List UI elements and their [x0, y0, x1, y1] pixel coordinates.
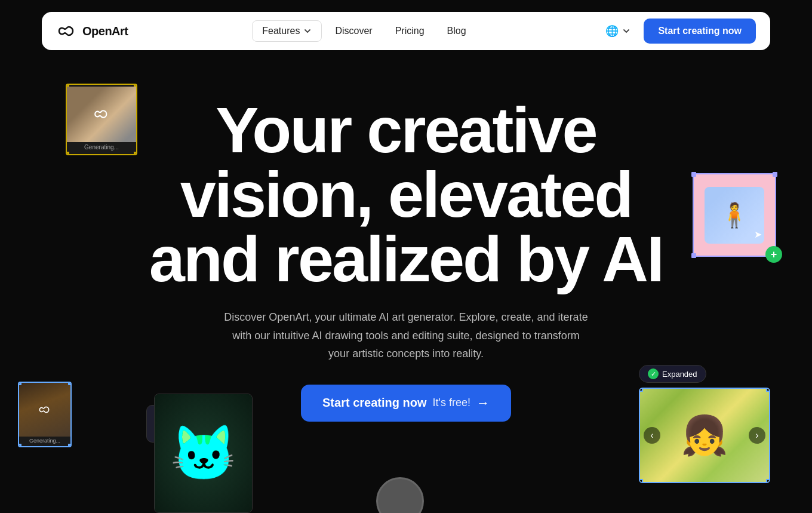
- expanded-image-card: ✓ Expanded 👧 ‹ ›: [639, 365, 776, 483]
- 3d-character-image: 🧍 ➤: [705, 187, 764, 244]
- cta-main-text: Start creating now: [322, 396, 426, 410]
- girl-face-emoji: 👧: [681, 413, 728, 458]
- 3d-character-card: 🧍 ➤ +: [693, 173, 776, 257]
- cat-painting-image: 🐱: [155, 394, 252, 512]
- character-figure: 🧍: [719, 201, 749, 229]
- plus-button[interactable]: +: [765, 246, 782, 263]
- logo[interactable]: OpenArt: [56, 24, 128, 38]
- handle-bl: [18, 444, 21, 447]
- nav-discover[interactable]: Discover: [325, 21, 382, 41]
- corner-handle-tr: [773, 172, 777, 177]
- nav-pricing[interactable]: Pricing: [386, 21, 434, 41]
- corner-handle-bl: [66, 152, 69, 155]
- handle-tr: [68, 382, 72, 385]
- generating-cat-card-top: Generating...: [66, 84, 137, 155]
- hero-subtitle: Discover OpenArt, your ultimate AI art g…: [221, 308, 591, 363]
- nav-right: 🌐 Start creating now: [599, 19, 756, 44]
- cta-free-text: It's free!: [433, 397, 470, 409]
- corner-handle-tl: [691, 172, 696, 177]
- generating-portrait-card: Generating...: [18, 382, 72, 447]
- cta-arrow-icon: →: [476, 395, 490, 411]
- check-icon: ✓: [648, 368, 659, 379]
- image-nav-left[interactable]: ‹: [644, 427, 660, 444]
- nav-links: Features Discover Pricing Blog: [252, 20, 475, 42]
- infinity-small-icon: [38, 405, 52, 414]
- logo-icon: [56, 24, 78, 38]
- cat-image: [67, 87, 136, 142]
- cat-painting-emoji: 🐱: [170, 422, 237, 485]
- handle-tl: [18, 382, 21, 385]
- logo-text: OpenArt: [82, 24, 128, 38]
- corner-handle-bl: [691, 253, 696, 258]
- globe-icon: 🌐: [605, 24, 619, 38]
- image-nav-right[interactable]: ›: [749, 427, 765, 444]
- cursor-icon: ➤: [754, 229, 762, 240]
- chevron-down-icon: [303, 27, 312, 35]
- generating-label-portrait: Generating...: [29, 437, 60, 445]
- handle-br: [68, 444, 72, 447]
- portrait-image: [19, 383, 70, 437]
- frame-handle-tl: [639, 388, 643, 392]
- navbar: OpenArt Features Discover Pricing Blog 🌐…: [42, 12, 770, 50]
- lang-chevron-icon: [622, 27, 630, 35]
- nav-start-button[interactable]: Start creating now: [644, 19, 756, 44]
- frame-handle-bl: [639, 479, 643, 483]
- frame-handle-br: [766, 479, 770, 483]
- expanded-image-frame: 👧 ‹ ›: [639, 388, 770, 483]
- frame-handle-tr: [766, 388, 770, 392]
- cat-painting-card: 🐱: [154, 394, 253, 513]
- openart-infinity-icon: [93, 108, 110, 120]
- expanded-badge: ✓ Expanded: [639, 365, 706, 383]
- nav-blog[interactable]: Blog: [438, 21, 476, 41]
- hero-cta-button[interactable]: Start creating now It's free! →: [301, 385, 511, 422]
- generating-label-top: Generating...: [84, 142, 119, 152]
- language-selector[interactable]: 🌐: [599, 21, 636, 41]
- avatar-circle: [376, 477, 424, 513]
- nav-features[interactable]: Features: [252, 20, 322, 42]
